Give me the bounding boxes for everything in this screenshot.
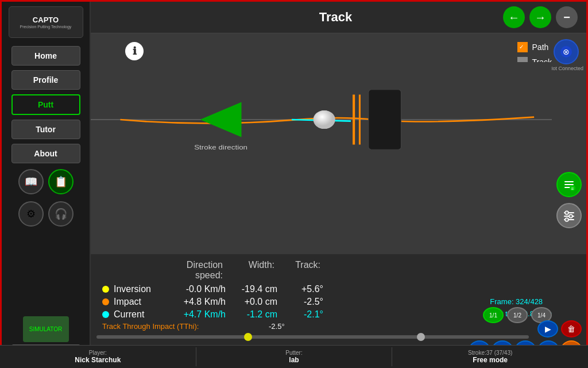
putter-label: Putter: <box>199 350 390 356</box>
direction-speed-header: Direction speed: <box>160 260 223 281</box>
fraction-1-2[interactable]: 1/2 <box>507 307 528 323</box>
nav-forward-button[interactable]: → <box>529 6 551 28</box>
menu-list-button[interactable]: ≡ <box>556 172 582 197</box>
sidebar-item-home[interactable]: Home <box>11 46 80 66</box>
sidebar-item-about[interactable]: About <box>11 144 80 163</box>
svg-rect-8 <box>369 90 401 150</box>
tti-label: Track Through Impact (TThi): <box>102 322 269 331</box>
tti-value: -2.5° <box>269 322 285 331</box>
timeline-slider-container <box>91 334 535 340</box>
svg-text:Stroke direction: Stroke direction <box>194 144 247 151</box>
path-color-box: ✓ <box>517 42 528 52</box>
icon-row-bottom: ⚙ 🎧 <box>18 201 74 227</box>
play-button[interactable]: ▶ <box>537 320 558 338</box>
visualization-area: ℹ ✓ Path Track ⊗ <box>91 33 586 366</box>
sidebar-item-profile[interactable]: Profile <box>11 70 80 90</box>
timeline-slider[interactable] <box>96 335 529 339</box>
header-nav: ← → − <box>503 6 578 28</box>
svg-text:⊗: ⊗ <box>563 47 570 56</box>
stroke-section: Stroke:37 (37/43) Free mode <box>392 347 588 366</box>
header: Track ← → − <box>91 2 586 33</box>
path-check: ✓ <box>519 44 524 50</box>
player-label: Player: <box>2 350 194 356</box>
info-button[interactable]: ℹ <box>125 42 144 60</box>
inversion-track: +5.6° <box>277 284 323 294</box>
impact-track: -2.5° <box>277 297 323 307</box>
nav-back-button[interactable]: ← <box>503 6 525 28</box>
logo-subtitle: Precision Putting Technology <box>20 25 72 29</box>
settings-sliders-button[interactable] <box>556 203 582 228</box>
sidebar: CAPTO Precision Putting Technology Home … <box>2 2 91 366</box>
clipboard-icon[interactable]: 📋 <box>48 169 74 194</box>
svg-rect-11 <box>564 181 574 182</box>
svg-point-20 <box>569 214 572 218</box>
inversion-label: Inversion <box>114 284 163 294</box>
connection-status: ⊗ Not Connected <box>549 39 583 71</box>
connection-icon: ⊗ <box>554 39 579 64</box>
headset-icon[interactable]: 🎧 <box>48 201 74 227</box>
slider-thumb-gray[interactable] <box>417 333 425 341</box>
putter-section: Putter: lab <box>196 347 393 366</box>
svg-point-19 <box>565 211 568 214</box>
inversion-width: -19.4 cm <box>226 284 277 294</box>
stroke-value: Free mode <box>394 356 586 364</box>
simulator-image: SIMULATOR <box>23 316 69 342</box>
current-dot <box>102 311 109 318</box>
svg-point-21 <box>565 218 568 221</box>
current-label: Current <box>114 309 163 320</box>
impact-label: Impact <box>114 297 163 307</box>
right-action-buttons: ≡ <box>556 172 582 228</box>
status-bar: Player: Nick Starchuk Putter: lab Stroke… <box>0 345 588 368</box>
track-header: Track: <box>274 260 320 281</box>
svg-point-7 <box>314 110 335 128</box>
impact-direction: +4.8 Km/h <box>163 297 226 307</box>
svg-text:≡: ≡ <box>571 186 574 191</box>
width-header: Width: <box>223 260 274 281</box>
legend-path-label: Path <box>532 43 549 52</box>
svg-rect-12 <box>564 184 574 185</box>
playback-controls-top: ▶ 🗑 <box>537 320 582 338</box>
slider-thumb-yellow[interactable] <box>244 333 252 341</box>
current-direction: +4.7 Km/h <box>163 309 226 320</box>
nav-minus-button[interactable]: − <box>556 6 578 28</box>
fraction-1-1[interactable]: 1/1 <box>483 307 504 323</box>
player-section: Player: Nick Starchuk <box>0 347 196 366</box>
current-track: -2.1° <box>277 309 323 320</box>
book-icon[interactable]: 📖 <box>18 169 44 194</box>
connection-text: Not Connected <box>549 66 583 71</box>
icon-row-top: 📖 📋 <box>18 169 74 194</box>
sidebar-item-putt[interactable]: Putt <box>11 94 80 115</box>
impact-width: +0.0 cm <box>226 297 277 307</box>
current-width: -1.2 cm <box>226 309 277 320</box>
main-content: Track ← → − ℹ ✓ Path Trac <box>91 2 586 366</box>
inversion-dot <box>102 286 109 293</box>
gear-icon[interactable]: ⚙ <box>18 201 44 227</box>
inversion-row: Inversion -0.0 Km/h -19.4 cm +5.6° <box>102 284 575 294</box>
app-container: CAPTO Precision Putting Technology Home … <box>2 2 586 366</box>
player-value: Nick Starchuk <box>2 356 194 364</box>
stroke-label: Stroke:37 (37/43) <box>394 350 586 356</box>
sidebar-item-tutor[interactable]: Tutor <box>11 120 80 139</box>
simulator-label: SIMULATOR <box>29 326 62 332</box>
page-title: Track <box>168 10 503 25</box>
capto-logo: CAPTO Precision Putting Technology <box>9 6 83 38</box>
inversion-direction: -0.0 Km/h <box>163 284 226 294</box>
delete-button[interactable]: 🗑 <box>561 320 582 338</box>
golf-visualization: Stroke direction <box>91 62 552 177</box>
legend-path: ✓ Path <box>517 42 552 52</box>
stats-header: Direction speed: Width: Track: <box>102 260 575 281</box>
putter-value: lab <box>199 356 390 364</box>
impact-dot <box>102 298 109 305</box>
tti-row: Track Through Impact (TThi): -2.5° <box>102 322 575 331</box>
logo-name: CAPTO <box>20 16 72 25</box>
